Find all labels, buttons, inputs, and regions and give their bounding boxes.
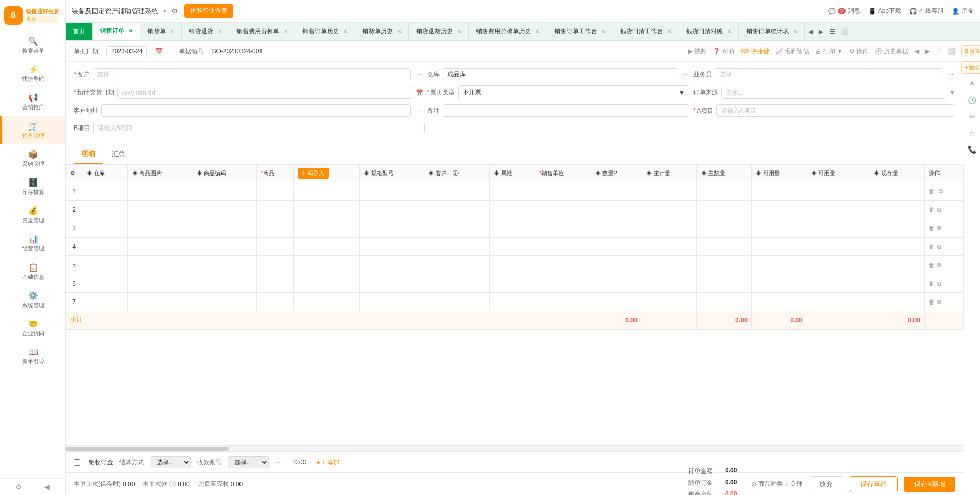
row-3-copy-icon[interactable]: ⧉ xyxy=(937,225,942,232)
row-1-copy-icon[interactable]: ⧉ xyxy=(939,188,943,195)
operations-btn[interactable]: ⚙ 操作 xyxy=(849,47,868,56)
row-3-delete-icon[interactable]: 🗑 xyxy=(929,225,935,232)
tab-expand[interactable]: ⬜ xyxy=(838,28,852,35)
tab-close-sales-refund[interactable]: ✕ xyxy=(217,29,222,34)
settings-bottom-icon[interactable]: ⚙ xyxy=(15,483,22,491)
collapse-icon[interactable]: ◀ xyxy=(44,483,50,491)
row-7-delete-icon[interactable]: 🗑 xyxy=(929,298,935,306)
tab-close-workbench[interactable]: ✕ xyxy=(601,29,605,34)
th-product-image[interactable]: ◈ 商品图片 xyxy=(127,165,192,182)
clock-icon[interactable]: 🕐 xyxy=(966,94,978,106)
row-5-copy-icon[interactable]: ⧉ xyxy=(937,262,942,269)
sidebar-item-sales[interactable]: 🛒 销售管理 xyxy=(0,116,65,144)
sidebar-item-marketing[interactable]: 📢 营销推广 xyxy=(0,88,65,116)
salesperson-input[interactable] xyxy=(715,68,943,80)
list-view-icon[interactable]: ☰ xyxy=(936,48,942,55)
row-7-copy-icon[interactable]: ⧉ xyxy=(937,298,942,306)
star-icon[interactable]: ☆ xyxy=(966,127,978,139)
nav-prev-icon[interactable]: ◀ xyxy=(914,48,919,55)
tab-close-sales-returns[interactable]: ✕ xyxy=(170,29,174,34)
shortcut-btn[interactable]: ⌨ 快捷键 xyxy=(741,47,769,56)
sidebar-item-operations[interactable]: 📊 经营管理 xyxy=(0,229,65,257)
sidebar-item-capital[interactable]: 💰 资金管理 xyxy=(0,201,65,229)
row-1-code[interactable] xyxy=(192,182,256,201)
tab-close-stats[interactable]: ✕ xyxy=(793,29,797,34)
row-1-warehouse[interactable] xyxy=(82,182,128,201)
row-4-copy-icon[interactable]: ⧉ xyxy=(937,243,942,250)
th-spec-model[interactable]: ◈ 规格型号 xyxy=(360,165,424,182)
th-warehouse[interactable]: ◈ 仓库 xyxy=(82,165,128,182)
tab-nav-menu[interactable]: ☰ xyxy=(826,28,838,35)
delivery-calendar-icon[interactable]: 📅 xyxy=(416,89,423,96)
print-btn[interactable]: 🖨 打印 ▼ xyxy=(815,47,843,56)
th-current-stock[interactable]: ◈ 现存量 xyxy=(869,165,924,182)
tab-close-order-history[interactable]: ✕ xyxy=(343,29,347,34)
save-new-btn[interactable]: 保存&新增 xyxy=(904,477,955,492)
tab-close-expense-history[interactable]: ✕ xyxy=(535,29,539,34)
trial-btn[interactable]: 体验行业方案 xyxy=(184,4,233,18)
row-1-delete-icon[interactable]: 🗑 xyxy=(929,188,935,195)
payment-method-select[interactable]: 选择... xyxy=(150,456,191,468)
customer-input[interactable] xyxy=(93,68,411,80)
th-sales-unit[interactable]: *销售单位 xyxy=(535,165,591,182)
tab-sales-expense-split[interactable]: 销售费用分摊单 ✕ xyxy=(229,23,295,41)
th-main-quantity[interactable]: ◈ 主数量 xyxy=(696,165,751,182)
tab-summary[interactable]: 汇总 xyxy=(103,145,133,164)
warehouse-input[interactable] xyxy=(443,68,677,80)
th-main-unit[interactable]: ◈ 主计量 xyxy=(642,165,696,182)
sidebar-item-system[interactable]: ⚙️ 系统管理 xyxy=(0,286,65,314)
th-gear[interactable]: ⚙ xyxy=(66,165,82,182)
th-available-qty[interactable]: ◈ 可用量 xyxy=(752,165,807,182)
sidebar-item-guide[interactable]: 📖 新手引导 xyxy=(0,342,65,370)
table-scrollbar-thumb[interactable] xyxy=(66,447,229,451)
row-1-spec[interactable] xyxy=(360,182,424,201)
tab-home[interactable]: 首页 xyxy=(66,23,93,41)
tab-nav-next[interactable]: ▶ xyxy=(816,28,826,35)
phone-side-icon[interactable]: 📞 xyxy=(966,143,978,156)
account-more-btn[interactable]: ··· xyxy=(275,459,284,466)
sidebar-item-cooperation[interactable]: 🤝 企业协同 xyxy=(0,314,65,342)
row-6-copy-icon[interactable]: ⧉ xyxy=(937,280,942,287)
th-attribute[interactable]: ◈ 属性 xyxy=(489,165,535,182)
settings-right-btn[interactable]: ⚙ 设置 xyxy=(961,45,981,57)
tab-close-credit-reconcile[interactable]: ✕ xyxy=(727,29,731,34)
add-payment-btn[interactable]: ● + 添加 xyxy=(316,458,339,467)
sidebar-item-quick-nav[interactable]: ⚡ 快捷导航 xyxy=(0,59,65,88)
table-scrollbar[interactable] xyxy=(66,445,964,451)
row-1-unit[interactable] xyxy=(535,182,591,201)
tab-close-expense-split[interactable]: ✕ xyxy=(284,29,288,34)
tab-expense-split-history[interactable]: 销售费用分摊单历史 ✕ xyxy=(469,23,547,41)
tab-sales-returns-history[interactable]: 销货单历史 ✕ xyxy=(355,23,409,41)
user-menu[interactable]: 👤 用友 xyxy=(952,7,974,15)
tab-detail[interactable]: 明细 xyxy=(74,145,103,164)
sidebar-item-search[interactable]: 🔍 搜索菜单 xyxy=(0,31,65,59)
sidebar-item-basic-info[interactable]: 📋 基础信息 xyxy=(0,257,65,286)
tab-sales-stats[interactable]: 销售订单统计表 ✕ xyxy=(739,23,805,41)
tab-close-credit-clear[interactable]: ✕ xyxy=(667,29,671,34)
row-1-product[interactable] xyxy=(256,182,294,201)
row-2-warehouse[interactable] xyxy=(82,201,128,219)
th-available-qty2[interactable]: ◈ 可用量... xyxy=(807,165,869,182)
help-btn[interactable]: ❓ 帮助 xyxy=(713,47,734,56)
online-service-btn[interactable]: 🎧 在线客服 xyxy=(909,7,944,15)
tab-credit-reconcile[interactable]: 钱货日清对账 ✕ xyxy=(679,23,739,41)
row-1-attr[interactable] xyxy=(489,182,535,201)
calendar-icon[interactable]: 📅 xyxy=(155,48,163,55)
row-1-main-qty[interactable] xyxy=(696,182,751,201)
tab-order-workbench[interactable]: 销售订单工作台 ✕ xyxy=(547,23,613,41)
address-more-btn[interactable]: ··· xyxy=(414,107,423,114)
account-select[interactable]: 选择... xyxy=(228,456,269,468)
grid-view-icon[interactable]: ⬜ xyxy=(948,48,955,55)
invoice-type-select[interactable]: 不开票 ▼ xyxy=(458,85,689,99)
add-goods-btn[interactable]: + 物流 xyxy=(961,61,981,74)
tab-sales-order-history[interactable]: 销售订单历史 ✕ xyxy=(295,23,355,41)
row-1-qty2[interactable] xyxy=(591,182,642,201)
tab-credit-daily-clear[interactable]: 钱货日清工作台 ✕ xyxy=(613,23,679,41)
scan-btn[interactable]: 扫码录入 xyxy=(298,168,329,179)
tab-close-sales-order[interactable]: ✕ xyxy=(128,28,133,34)
th-product[interactable]: *商品 xyxy=(256,165,294,182)
delivery-date-input[interactable] xyxy=(117,87,412,99)
pencil-icon[interactable]: ✏ xyxy=(966,111,978,123)
customer-more-btn[interactable]: ··· xyxy=(414,71,423,78)
warehouse-more-btn[interactable]: ··· xyxy=(680,71,689,78)
